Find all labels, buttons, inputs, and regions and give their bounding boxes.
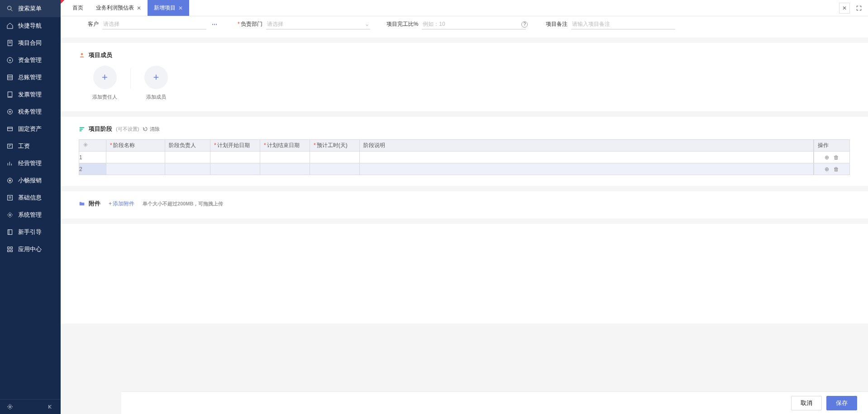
col-phase-desc: 阶段说明 xyxy=(360,140,814,152)
col-phase-name: 阶段名称 xyxy=(106,140,165,152)
cell-phase-name[interactable] xyxy=(106,163,165,175)
plan-start-input[interactable] xyxy=(210,152,260,163)
svg-point-24 xyxy=(9,214,11,216)
phase-name-input[interactable] xyxy=(106,163,165,175)
cell-phase-owner[interactable] xyxy=(165,152,210,163)
stages-icon xyxy=(79,126,85,132)
cell-plan-end[interactable] xyxy=(260,152,310,163)
add-member-block: + 添加成员 xyxy=(131,66,181,100)
sidebar-item-xiaochang[interactable]: 小畅报销 xyxy=(0,172,61,189)
remark-label: 项目备注 xyxy=(546,20,568,28)
sidebar-item-fund[interactable]: ¥ 资金管理 xyxy=(0,52,61,69)
save-button[interactable]: 保存 xyxy=(826,396,857,410)
cell-plan-start[interactable] xyxy=(210,152,260,163)
customer-picker-icon[interactable]: ⋯ xyxy=(210,21,219,28)
sidebar-item-app-center[interactable]: 应用中心 xyxy=(0,241,61,258)
cell-est-hours[interactable] xyxy=(310,163,360,175)
delete-row-icon[interactable]: 🗑 xyxy=(834,154,839,161)
remark-input[interactable] xyxy=(571,19,675,29)
plan-start-input[interactable] xyxy=(210,163,260,175)
sidebar-item-project-contract[interactable]: 项目合同 xyxy=(0,34,61,52)
add-owner-label: 添加责任人 xyxy=(92,94,117,100)
svg-rect-14 xyxy=(8,144,13,148)
sidebar-footer xyxy=(0,399,61,414)
cancel-button[interactable]: 取消 xyxy=(791,396,822,410)
sidebar-item-system[interactable]: 系统管理 xyxy=(0,206,61,224)
table-row: 2 xyxy=(79,163,814,175)
reimburse-icon xyxy=(6,177,14,184)
svg-rect-34 xyxy=(80,127,85,128)
sidebar-item-tax[interactable]: 税务管理 xyxy=(0,103,61,120)
add-row-icon[interactable]: ⊕ xyxy=(825,166,829,172)
delete-row-icon[interactable]: 🗑 xyxy=(834,166,839,172)
sidebar-item-operation[interactable]: 经营管理 xyxy=(0,155,61,172)
phase-name-input[interactable] xyxy=(106,152,165,163)
customer-input[interactable] xyxy=(102,19,206,29)
members-row: + 添加责任人 + 添加成员 xyxy=(79,66,850,100)
close-icon[interactable]: ✕ xyxy=(178,5,183,11)
close-icon[interactable]: ✕ xyxy=(137,5,141,11)
app-root: 搜索菜单 快捷导航 项目合同 ¥ 资金管理 总账管理 发票管理 税务管理 固定资 xyxy=(0,0,868,414)
sidebar-item-base-info[interactable]: 基础信息 xyxy=(0,189,61,206)
fullscreen-icon[interactable] xyxy=(854,3,864,14)
form-item-customer: 客户 ⋯ xyxy=(88,19,219,29)
plan-end-input[interactable] xyxy=(260,152,310,163)
content-scroll[interactable]: 客户 ⋯ *负责部门 ⌵ 项目完工比% ? xyxy=(61,16,868,414)
collapse-icon[interactable] xyxy=(47,403,54,410)
add-owner-button[interactable]: + xyxy=(93,66,117,89)
sidebar-item-ledger[interactable]: 总账管理 xyxy=(0,69,61,86)
stages-table-wrap: 阶段名称 阶段负责人 计划开始日期 计划结束日期 预计工时(天) 阶段说明 xyxy=(79,139,850,175)
cell-phase-desc[interactable] xyxy=(360,163,814,175)
apps-icon xyxy=(6,246,14,253)
sidebar-item-label: 系统管理 xyxy=(18,211,42,219)
cell-plan-end[interactable] xyxy=(260,163,310,175)
cell-phase-name[interactable] xyxy=(106,152,165,163)
chart-icon xyxy=(6,160,14,167)
tab-home[interactable]: 首页 xyxy=(66,0,90,16)
tax-icon xyxy=(6,108,14,115)
tab-profit-estimate[interactable]: 业务利润预估表 ✕ xyxy=(90,0,148,16)
est-hours-input[interactable] xyxy=(310,163,359,175)
sidebar-item-label: 基础信息 xyxy=(18,194,42,202)
sidebar-item-label: 总账管理 xyxy=(18,73,42,81)
tabs-bar: 首页 业务利润预估表 ✕ 新增项目 ✕ ✕ xyxy=(61,0,868,16)
plus-icon: + xyxy=(109,200,112,207)
sidebar-item-salary[interactable]: 工资 xyxy=(0,138,61,155)
plan-end-input[interactable] xyxy=(260,163,310,175)
sidebar-item-fixed-asset[interactable]: 固定资产 xyxy=(0,120,61,138)
stages-table-ops: 操作 ⊕ 🗑 xyxy=(814,139,850,175)
add-row-icon[interactable]: ⊕ xyxy=(825,154,829,161)
svg-rect-7 xyxy=(8,75,13,80)
svg-point-0 xyxy=(8,6,11,10)
gear-column-header[interactable] xyxy=(79,140,106,152)
completion-input[interactable] xyxy=(422,19,526,29)
phase-owner-input[interactable] xyxy=(165,163,210,175)
help-icon[interactable]: ? xyxy=(521,21,528,28)
members-header: 项目成员 xyxy=(79,51,850,59)
gear-icon[interactable] xyxy=(6,403,14,410)
sidebar-item-label: 经营管理 xyxy=(18,159,42,167)
phase-desc-input[interactable] xyxy=(360,152,813,163)
svg-rect-35 xyxy=(80,128,83,129)
cell-phase-owner[interactable] xyxy=(165,163,210,175)
sidebar-item-label: 固定资产 xyxy=(18,125,42,133)
phase-owner-input[interactable] xyxy=(165,152,210,163)
est-hours-input[interactable] xyxy=(310,152,359,163)
sidebar-item-search[interactable]: 搜索菜单 xyxy=(0,0,61,17)
cell-plan-start[interactable] xyxy=(210,163,260,175)
department-select[interactable] xyxy=(266,19,370,29)
sidebar-item-quicknav[interactable]: 快捷导航 xyxy=(0,17,61,34)
add-attachment-button[interactable]: + 添加附件 xyxy=(109,200,134,208)
cell-est-hours[interactable] xyxy=(310,152,360,163)
sidebar-item-invoice[interactable]: 发票管理 xyxy=(0,86,61,103)
add-member-button[interactable]: + xyxy=(144,66,168,89)
cell-phase-desc[interactable] xyxy=(360,152,814,163)
attachments-panel: 附件 + 添加附件 单个大小不超过200MB，可拖拽上传 xyxy=(61,191,868,219)
svg-line-1 xyxy=(11,10,12,11)
phase-desc-input[interactable] xyxy=(360,163,813,175)
close-panel-icon[interactable]: ✕ xyxy=(839,3,850,14)
tab-new-project[interactable]: 新增项目 ✕ xyxy=(148,0,189,16)
clear-stages-button[interactable]: 清除 xyxy=(143,126,160,133)
sidebar-item-label: 快捷导航 xyxy=(18,22,42,30)
sidebar-item-guide[interactable]: 新手引导 xyxy=(0,224,61,241)
